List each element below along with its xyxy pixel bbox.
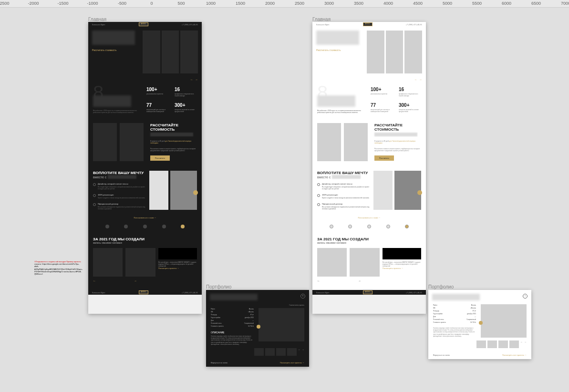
detail-val: декабрь 2021 — [467, 313, 476, 315]
ruler-tick: 7000 — [561, 1, 569, 6]
footer-phone[interactable]: +7 (999) 471-46-91 — [406, 291, 422, 294]
thumbnail[interactable] — [287, 348, 297, 356]
calc-text: Рассчитаем стоимость вашего проекта, под… — [374, 148, 421, 152]
carousel-next-icon[interactable] — [417, 190, 422, 195]
feature-desc: Проект создаётся только исходя из реальн… — [322, 197, 369, 199]
all-projects-link[interactable]: Посмотреть все проекты → — [280, 361, 304, 364]
carousel-next-icon[interactable] — [193, 190, 198, 195]
step-dot[interactable] — [330, 225, 333, 228]
thumbnail[interactable] — [276, 348, 286, 356]
calculate-button[interactable]: Рассчитать — [150, 155, 170, 161]
back-link[interactable]: Вернуться ко всем — [211, 361, 228, 364]
step-dot[interactable] — [143, 225, 147, 228]
detail-val: Москва — [249, 308, 254, 310]
ruler-tick: 3500 — [354, 1, 363, 6]
frame-label[interactable]: Портфолио — [428, 284, 454, 289]
detail-key: Дом — [433, 316, 436, 318]
design-canvas[interactable]: #Открывается в отдельной вкладке Пример … — [0, 8, 569, 392]
artboard-portfolio-light[interactable]: × РайонМосква ЖКг.Москва Площадь87 м² Го… — [428, 290, 531, 359]
calc-title: РАССЧИТАЙТЕ СТОИМОСТЬ — [150, 123, 197, 132]
logo[interactable]: ARTES — [363, 290, 372, 294]
stat-number: 100+ — [146, 87, 169, 92]
artboard-main-light[interactable]: Большая Идея ARTES +7 (999) 471-46-91 Ра… — [312, 22, 426, 314]
thumbnail[interactable] — [498, 340, 508, 348]
step-dot-active[interactable] — [181, 225, 185, 228]
feature-title: Дизайнер, который считает планы — [322, 183, 370, 185]
calculate-cost-link[interactable]: Рассчитать стоимость — [316, 48, 364, 52]
ruler-tick: 6000 — [502, 1, 511, 6]
calculate-button[interactable]: Рассчитать — [374, 155, 394, 161]
arrow-right-icon[interactable]: → — [358, 279, 361, 282]
stat-number: 300+ — [399, 103, 421, 108]
thumbnail[interactable] — [487, 340, 497, 348]
header-phone[interactable]: +7 (999) 471-46-91 — [406, 23, 422, 26]
arrow-left-icon[interactable]: ← — [190, 78, 193, 81]
artboard-portfolio-dark[interactable]: × Главное меню проекта РайонМосква ЖКг.М… — [206, 290, 309, 367]
about-us-link[interactable]: Познакомиться с нами → — [312, 215, 426, 221]
arrow-left-icon[interactable]: ← — [520, 340, 523, 348]
ruler-tick: 3000 — [324, 1, 334, 6]
detail-val: Современный — [244, 322, 254, 324]
thumbnail[interactable] — [476, 340, 486, 348]
footer-phone[interactable]: +7 (999) 471-46-91 — [182, 291, 198, 294]
stat-label: реализованных проектов — [146, 93, 169, 95]
thumbnail[interactable] — [509, 340, 519, 348]
logo[interactable]: ARTES — [139, 22, 148, 26]
hero-section: Рассчитать стоимость — [312, 27, 426, 77]
hero-image — [162, 31, 179, 73]
close-icon[interactable]: × — [300, 294, 305, 299]
bullet-icon — [317, 194, 320, 197]
arrow-left-icon[interactable]: ← — [93, 279, 96, 282]
step-dot[interactable] — [124, 225, 128, 228]
portfolio-body: РайонМосква ЖКг.Москва Площадь87 м² Год … — [206, 308, 309, 345]
header-brand: Большая Идея — [92, 23, 105, 26]
empty-section — [312, 295, 426, 314]
calc-subtitle-blurred — [374, 133, 417, 136]
detail-val: Москва — [471, 304, 476, 306]
close-icon[interactable]: × — [523, 294, 528, 299]
ruler-tick: 5500 — [472, 1, 482, 6]
back-link[interactable]: Вернуться ко всем — [433, 354, 450, 356]
arrow-right-icon[interactable]: → — [195, 78, 198, 81]
logo[interactable]: ARTES — [139, 290, 148, 294]
view-projects-link[interactable]: Посмотреть проекты → — [158, 267, 197, 269]
image-nav-icon[interactable] — [257, 325, 260, 329]
step-dot[interactable] — [348, 225, 352, 228]
arrow-left-icon[interactable]: ← — [298, 348, 300, 356]
arrow-right-icon[interactable]: → — [134, 279, 137, 282]
image-nav-icon[interactable] — [479, 321, 483, 325]
step-dot[interactable] — [162, 225, 166, 228]
site-footer: Большая Идея ARTES +7 (999) 471-46-91 — [312, 290, 426, 295]
arrow-right-icon[interactable]: → — [302, 348, 304, 356]
arrow-right-icon[interactable]: → — [419, 78, 422, 81]
frame-label[interactable]: Главная — [312, 17, 331, 22]
year-image — [125, 248, 155, 277]
step-dot-active[interactable] — [405, 225, 409, 228]
step-dot[interactable] — [105, 225, 109, 228]
calc-text: В среднем за 30 дней для Типичной двухко… — [150, 140, 197, 144]
menu-label[interactable]: Главное меню проекта — [206, 304, 309, 308]
frame-label[interactable]: Портфолио — [206, 284, 231, 289]
thumbnail[interactable] — [254, 348, 264, 356]
thumbnail[interactable] — [265, 348, 275, 356]
step-dot[interactable] — [367, 225, 371, 228]
logo[interactable]: ARTES — [363, 22, 372, 26]
frame-label[interactable]: Главная — [88, 17, 106, 22]
arrow-left-icon[interactable]: ← — [414, 78, 417, 81]
thumbnail-row: ← → — [206, 345, 309, 359]
all-projects-link[interactable]: Посмотреть все проекты → — [502, 354, 527, 356]
hero-image — [367, 31, 384, 73]
step-dot[interactable] — [386, 225, 390, 228]
detail-key: ЖК — [211, 311, 213, 313]
detail-key: Дом — [211, 320, 214, 321]
header-phone[interactable]: +7 (999) 471-46-91 — [182, 23, 198, 26]
arrow-left-icon[interactable]: ← — [317, 279, 320, 282]
about-us-link[interactable]: Познакомиться с нами → — [88, 215, 202, 221]
view-projects-link[interactable]: Посмотреть проекты → — [383, 267, 421, 269]
artboard-main-dark[interactable]: Большая Идея ARTES +7 (999) 471-46-91 Ра… — [88, 22, 202, 314]
arrow-right-icon[interactable]: → — [524, 340, 527, 348]
calculate-section: РАССЧИТАЙТЕ СТОИМОСТЬ В среднем за 30 дн… — [312, 118, 426, 166]
detail-val: — — [252, 320, 254, 321]
calculate-cost-link[interactable]: Рассчитать стоимость — [92, 48, 140, 52]
stat-item: 300+ авторских решений на основе предпоч… — [175, 103, 197, 113]
